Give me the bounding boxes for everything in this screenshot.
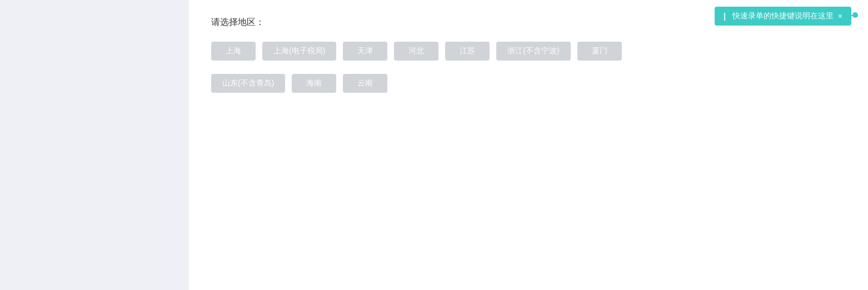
region-btn-xiamen[interactable]: 厦门 — [577, 42, 622, 61]
region-buttons-container: 上海 上海(电子税局) 天津 河北 江苏 浙江(不含宁波) 厦门 山东(不含青岛… — [211, 42, 846, 93]
sidebar — [0, 0, 189, 290]
region-btn-shanghai-etax[interactable]: 上海(电子税局) — [262, 42, 336, 61]
region-btn-yunnan[interactable]: 云南 — [343, 74, 387, 93]
region-btn-shanghai[interactable]: 上海 — [211, 42, 256, 61]
region-btn-jiangsu[interactable]: 江苏 — [445, 42, 490, 61]
region-btn-hebei[interactable]: 河北 — [394, 42, 438, 61]
region-btn-shandong[interactable]: 山东(不含青岛) — [211, 74, 285, 93]
region-btn-zhejiang[interactable]: 浙江(不含宁波) — [496, 42, 570, 61]
region-btn-tianjin[interactable]: 天津 — [343, 42, 387, 61]
region-btn-hainan[interactable]: 海南 — [292, 74, 336, 93]
tooltip-connector-dot — [852, 12, 858, 18]
tooltip-banner: 快速录单的快捷键说明在这里 × — [715, 7, 851, 26]
tooltip-close-button[interactable]: × — [838, 12, 842, 20]
main-content: 请选择地区： 上海 上海(电子税局) 天津 河北 江苏 浙江(不含宁波) 厦门 … — [189, 0, 868, 290]
tooltip-text: 快速录单的快捷键说明在这里 — [732, 11, 834, 21]
